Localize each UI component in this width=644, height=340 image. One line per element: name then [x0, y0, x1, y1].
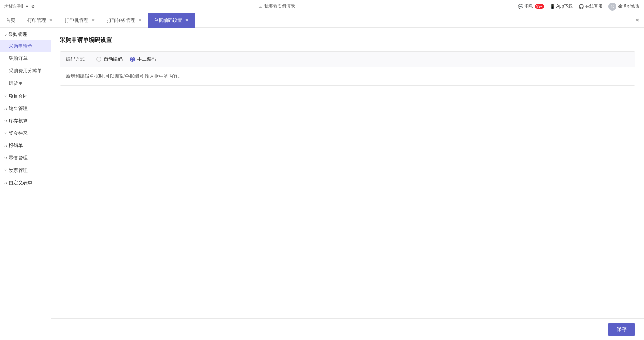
- custom-forms-arrow: ›: [4, 180, 7, 185]
- sidebar-item-inbound[interactable]: 进货单: [0, 77, 51, 89]
- sidebar-item-purchase-requisition-label: 采购申请单: [9, 43, 32, 49]
- sidebar-group-sales-mgmt[interactable]: › 销售管理: [0, 102, 51, 114]
- dropdown-icon[interactable]: ▾: [26, 4, 28, 9]
- sidebar-item-purchase-order-label: 采购订单: [9, 56, 28, 61]
- user-name: 徐泽华修改: [618, 3, 640, 9]
- content-footer: 保存: [51, 318, 644, 340]
- retail-mgmt-arrow: ›: [4, 155, 7, 161]
- sidebar-group-project-contract[interactable]: › 项目合同: [0, 89, 51, 102]
- auto-code-label: 自动编码: [104, 56, 123, 62]
- purchase-mgmt-label: 采购管理: [8, 31, 27, 38]
- custom-forms-label: 自定义表单: [9, 179, 32, 186]
- user-avatar-area[interactable]: 徐 徐泽华修改: [608, 3, 640, 11]
- message-button[interactable]: 💬 消息 99+: [518, 3, 544, 9]
- sidebar-group-funds[interactable]: › 资金往来: [0, 126, 51, 139]
- code-settings-row: 编码方式 自动编码 手工编码: [60, 52, 635, 67]
- retail-mgmt-label: 零售管理: [9, 155, 28, 161]
- tab-print-mgmt-close[interactable]: ✕: [49, 18, 53, 23]
- funds-label: 资金往来: [9, 130, 28, 137]
- radio-manual-code-circle: [130, 57, 135, 62]
- sidebar-item-purchase-expense[interactable]: 采购费用分摊单: [0, 65, 51, 77]
- tab-bar-close-all[interactable]: ✕: [635, 17, 644, 24]
- tab-barcode-settings-close[interactable]: ✕: [185, 18, 189, 23]
- hint-text: 新增和编辑单据时,可以编辑'单据编号'输入框中的内容。: [60, 67, 635, 85]
- tab-barcode-settings-label: 单据编码设置: [154, 17, 182, 24]
- settings-icon[interactable]: ⚙: [31, 4, 35, 9]
- funds-arrow: ›: [4, 131, 7, 136]
- radio-auto-code-circle: [96, 57, 101, 62]
- content-area: 采购申请单编码设置 编码方式 自动编码 手工编码: [51, 28, 644, 340]
- sidebar-group-custom-forms[interactable]: › 自定义表单: [0, 176, 51, 188]
- sidebar-group-invoice-mgmt[interactable]: › 发票管理: [0, 163, 51, 176]
- returns-label: 报销单: [9, 142, 23, 149]
- demo-text[interactable]: 我要看实例演示: [264, 3, 295, 9]
- cloud-icon: ☁: [258, 4, 262, 9]
- sidebar-item-inbound-label: 进货单: [9, 80, 23, 86]
- tab-printer-mgmt-label: 打印机管理: [65, 17, 88, 24]
- online-service-button[interactable]: 🎧 在线客服: [579, 3, 603, 9]
- message-label: 消息: [524, 3, 533, 9]
- tab-barcode-settings[interactable]: 单据编码设置 ✕: [148, 13, 195, 28]
- page-title: 采购申请单编码设置: [60, 36, 635, 44]
- sidebar-group-retail-mgmt[interactable]: › 零售管理: [0, 151, 51, 163]
- radio-manual-code[interactable]: 手工编码: [130, 56, 156, 62]
- app-download-label: App下载: [556, 3, 573, 9]
- manual-code-label: 手工编码: [137, 56, 156, 62]
- message-badge: 99+: [535, 4, 544, 9]
- returns-arrow: ›: [4, 143, 7, 148]
- code-settings-panel: 编码方式 自动编码 手工编码 新增和编辑单据时,可以编辑'单据编号'输入框中的内…: [60, 51, 635, 86]
- top-bar-left: 老板勿割! ▾ ⚙: [4, 3, 35, 9]
- top-bar-right: 💬 消息 99+ 📱 App下载 🎧 在线客服 徐 徐泽华修改: [518, 3, 640, 11]
- invoice-mgmt-label: 发票管理: [9, 167, 28, 174]
- purchase-mgmt-arrow: [4, 33, 7, 37]
- brand-label: 老板勿割!: [4, 3, 23, 9]
- sidebar: 采购管理 采购申请单 采购订单 采购费用分摊单 进货单 › 项目合同 › 销售管…: [0, 28, 51, 340]
- sidebar-group-returns[interactable]: › 报销单: [0, 139, 51, 151]
- tab-bar: 首页 打印管理 ✕ 打印机管理 ✕ 打印任务管理 ✕ 单据编码设置 ✕ ✕: [0, 13, 644, 28]
- sidebar-group-inventory[interactable]: › 库存核算: [0, 114, 51, 126]
- sidebar-item-purchase-requisition[interactable]: 采购申请单: [0, 40, 51, 52]
- avatar: 徐: [608, 3, 616, 11]
- tab-print-mgmt[interactable]: 打印管理 ✕: [21, 13, 59, 28]
- tab-print-task-mgmt[interactable]: 打印任务管理 ✕: [101, 13, 148, 28]
- content-inner: 采购申请单编码设置 编码方式 自动编码 手工编码: [51, 28, 644, 318]
- tab-home-label: 首页: [6, 17, 15, 24]
- top-bar: 老板勿割! ▾ ⚙ ☁ 我要看实例演示 💬 消息 99+ 📱 App下载 🎧 在…: [0, 0, 644, 13]
- online-service-label: 在线客服: [585, 3, 603, 9]
- inventory-label: 库存核算: [9, 118, 28, 124]
- tab-printer-mgmt[interactable]: 打印机管理 ✕: [59, 13, 101, 28]
- project-contract-arrow: ›: [4, 94, 7, 99]
- app-icon: 📱: [550, 4, 555, 9]
- sidebar-group-purchase-mgmt[interactable]: 采购管理: [0, 28, 51, 40]
- code-method-label: 编码方式: [66, 56, 88, 62]
- tab-print-task-mgmt-label: 打印任务管理: [107, 17, 135, 24]
- main-layout: 采购管理 采购申请单 采购订单 采购费用分摊单 进货单 › 项目合同 › 销售管…: [0, 28, 644, 340]
- radio-auto-code[interactable]: 自动编码: [96, 56, 123, 62]
- sales-mgmt-label: 销售管理: [9, 105, 28, 112]
- tab-home[interactable]: 首页: [0, 13, 21, 28]
- headset-icon: 🎧: [579, 4, 584, 9]
- sidebar-item-purchase-order[interactable]: 采购订单: [0, 52, 51, 65]
- invoice-mgmt-arrow: ›: [4, 168, 7, 173]
- message-icon: 💬: [518, 4, 523, 9]
- tab-print-mgmt-label: 打印管理: [27, 17, 46, 24]
- tab-print-task-mgmt-close[interactable]: ✕: [138, 18, 142, 23]
- inventory-arrow: ›: [4, 118, 7, 124]
- app-download-button[interactable]: 📱 App下载: [550, 3, 573, 9]
- project-contract-label: 项目合同: [9, 93, 28, 100]
- sidebar-item-purchase-expense-label: 采购费用分摊单: [9, 68, 42, 73]
- sales-mgmt-arrow: ›: [4, 106, 7, 111]
- radio-group: 自动编码 手工编码: [96, 56, 156, 62]
- tab-printer-mgmt-close[interactable]: ✕: [91, 18, 95, 23]
- save-button[interactable]: 保存: [608, 323, 635, 336]
- top-bar-center: ☁ 我要看实例演示: [258, 3, 295, 9]
